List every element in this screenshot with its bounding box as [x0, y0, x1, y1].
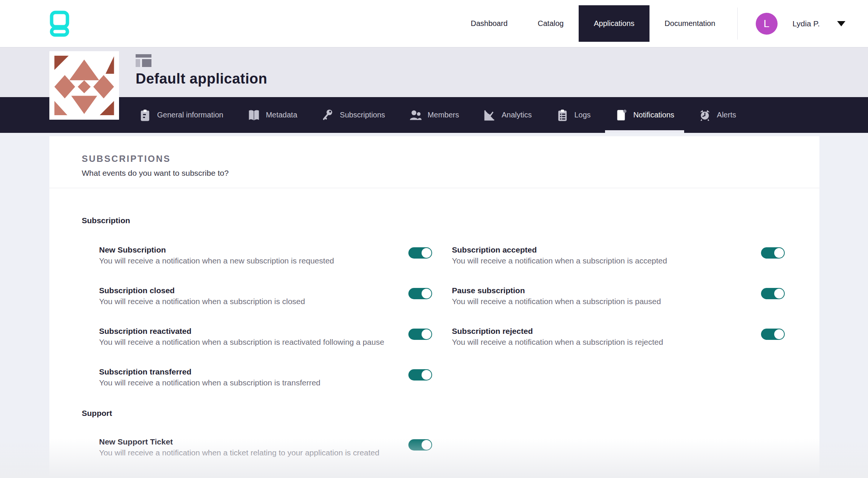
avatar[interactable]: L — [756, 13, 778, 35]
toggle-knob — [774, 248, 784, 258]
tab-general-information[interactable]: General information — [139, 97, 223, 133]
toggle-knob — [774, 289, 784, 298]
tab-label: Members — [428, 111, 459, 119]
gravitee-logo-icon[interactable] — [49, 11, 70, 37]
tab-notifications[interactable]: Notifications — [615, 97, 674, 133]
notification-description: You will receive a notification when a s… — [452, 255, 761, 266]
notification-row: Subscription transferred You will receiv… — [99, 367, 432, 407]
notification-row: Subscription closed You will receive a n… — [99, 285, 432, 326]
book-icon — [248, 109, 260, 122]
notification-description: You will receive a notification when a s… — [99, 296, 408, 307]
notification-title: Subscription transferred — [99, 367, 408, 377]
notification-row: Subscription rejected You will receive a… — [452, 326, 785, 367]
page-title: Default application — [136, 71, 267, 87]
notification-description: You will receive a notification when a n… — [99, 255, 408, 266]
notification-description: You will receive a notification when a s… — [99, 336, 408, 348]
toggle-knob — [422, 370, 431, 380]
toggle-new-support-ticket[interactable] — [408, 439, 432, 451]
people-icon — [409, 109, 422, 122]
left-column: New Subscription You will receive a noti… — [99, 245, 432, 407]
toggle-new-subscription[interactable] — [408, 247, 432, 259]
notification-title: Subscription reactivated — [99, 326, 408, 336]
right-column: Subscription accepted You will receive a… — [452, 245, 785, 407]
tab-label: Notifications — [633, 111, 674, 119]
notification-title: Subscription rejected — [452, 326, 761, 336]
notification-description: You will receive a notification when a s… — [452, 336, 761, 348]
tab-label: General information — [157, 111, 223, 119]
subscription-rows: New Subscription You will receive a noti… — [99, 245, 785, 407]
section-title-support: Support — [82, 409, 785, 418]
file-badge-icon — [615, 109, 628, 122]
toggle-subscription-transferred[interactable] — [408, 369, 432, 381]
tab-label: Metadata — [266, 111, 297, 119]
notification-description: You will receive a notification when a t… — [99, 447, 408, 458]
application-avatar — [49, 51, 119, 120]
list-clipboard-icon — [556, 109, 569, 122]
notification-row: Pause subscription You will receive a no… — [452, 285, 785, 326]
toggle-subscription-rejected[interactable] — [761, 329, 785, 340]
notification-row: Subscription accepted You will receive a… — [452, 245, 785, 285]
section-title-subscription: Subscription — [82, 216, 785, 225]
tab-members[interactable]: Members — [409, 97, 459, 133]
notification-title: New Subscription — [99, 245, 408, 255]
nav-documentation[interactable]: Documentation — [649, 5, 730, 42]
user-menu[interactable]: L Lydia P. — [737, 8, 868, 40]
notification-title: Subscription accepted — [452, 245, 761, 255]
toggle-knob — [422, 248, 431, 258]
chart-icon — [483, 109, 496, 122]
application-notifications-page: Dashboard Catalog Applications Documenta… — [0, 0, 868, 478]
toggle-subscription-closed[interactable] — [408, 288, 432, 299]
tab-metadata[interactable]: Metadata — [248, 97, 297, 133]
tab-subscriptions[interactable]: Subscriptions — [321, 97, 385, 133]
tab-label: Logs — [575, 111, 591, 119]
toggle-knob — [422, 329, 431, 339]
toggle-pause-subscription[interactable] — [761, 288, 785, 299]
card-heading: SUBSCRIPTIONS — [82, 154, 819, 164]
alarm-clock-icon — [698, 109, 711, 122]
main-content: SUBSCRIPTIONS What events do you want to… — [0, 136, 868, 478]
app-pattern-image — [51, 53, 117, 118]
nav-dashboard[interactable]: Dashboard — [455, 5, 523, 42]
application-header: Default application — [0, 47, 868, 97]
notification-description: You will receive a notification when a s… — [452, 296, 761, 307]
toggle-knob — [774, 329, 784, 339]
layout-icon — [136, 54, 151, 67]
tab-label: Subscriptions — [340, 111, 385, 119]
notification-row: New Subscription You will receive a noti… — [99, 245, 432, 285]
application-tab-bar: General information Metadata Subscriptio… — [0, 97, 868, 133]
notification-row: New Support Ticket You will receive a no… — [99, 437, 432, 477]
tab-label: Analytics — [501, 111, 532, 119]
nav-catalog[interactable]: Catalog — [523, 5, 579, 42]
top-bar: Dashboard Catalog Applications Documenta… — [0, 0, 868, 47]
user-name: Lydia P. — [793, 19, 820, 28]
nav-applications[interactable]: Applications — [579, 5, 649, 42]
chevron-down-icon[interactable] — [837, 21, 845, 26]
support-rows: New Support Ticket You will receive a no… — [99, 437, 785, 477]
card-header: SUBSCRIPTIONS What events do you want to… — [49, 136, 819, 188]
notifications-card: SUBSCRIPTIONS What events do you want to… — [49, 136, 819, 478]
tab-label: Alerts — [717, 111, 736, 119]
toggle-subscription-reactivated[interactable] — [408, 329, 432, 340]
key-icon — [321, 109, 334, 122]
notification-title: Pause subscription — [452, 285, 761, 296]
tab-analytics[interactable]: Analytics — [483, 97, 532, 133]
notification-title: Subscription closed — [99, 285, 408, 296]
card-subheading: What events do you want to subscribe to? — [82, 169, 819, 178]
notification-title: New Support Ticket — [99, 437, 408, 447]
card-body: Subscription New Subscription You will r… — [49, 188, 819, 477]
toggle-subscription-accepted[interactable] — [761, 247, 785, 259]
notification-description: You will receive a notification when a s… — [99, 377, 408, 388]
toggle-knob — [422, 440, 431, 450]
tab-alerts[interactable]: Alerts — [698, 97, 736, 133]
tab-logs[interactable]: Logs — [556, 97, 591, 133]
toggle-knob — [422, 289, 431, 298]
primary-nav: Dashboard Catalog Applications Documenta… — [455, 0, 868, 47]
notification-row: Subscription reactivated You will receiv… — [99, 326, 432, 367]
clipboard-icon — [139, 109, 151, 122]
